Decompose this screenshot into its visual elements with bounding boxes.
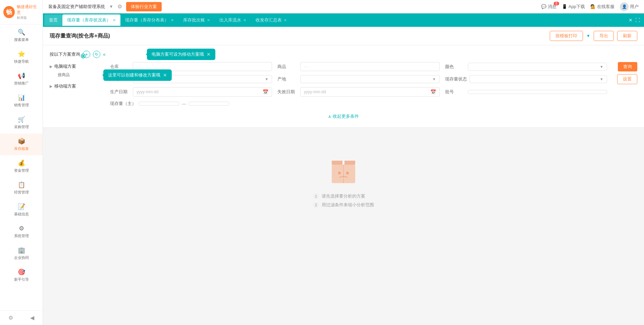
sidebar-item-inventory[interactable]: 📦 库存核算 <box>0 133 43 155</box>
warehouse-label: 仓库 <box>110 64 130 70</box>
inventory-main-from[interactable] <box>139 102 179 106</box>
inventory-status-control[interactable]: ▼ <box>470 75 607 83</box>
origin-label: 产地 <box>277 76 298 82</box>
sidebar-item-finance[interactable]: 💰 资金管理 <box>0 155 43 177</box>
print-dropdown-icon[interactable]: ▼ <box>586 34 590 38</box>
export-btn[interactable]: 导出 <box>594 31 614 41</box>
tab-inventory-status[interactable]: 现存量（库存状况表） ✕ <box>62 14 120 26</box>
filter-row-2: 尺码 ▼ 产地 ▼ 现存量状态 <box>110 75 607 83</box>
scheme-popup-close[interactable]: ✕ <box>207 52 211 57</box>
money-icon: 💰 <box>18 159 25 167</box>
filter-row-3: 生产日期 yyyy-mm-dd 📅 失效日期 yyyy-mm-dd 📅 <box>110 87 607 97</box>
tab-summary-label: 收发存汇总表 <box>256 17 282 23</box>
app-label: App下载 <box>569 4 585 10</box>
print-btn[interactable]: 按模板打印 <box>550 31 583 41</box>
sidebar-item-search[interactable]: 🔍 搜索菜单 <box>0 24 43 46</box>
tabs-maximize-icon[interactable]: ⛶ <box>635 17 640 23</box>
empty-tip-2: 2 用过滤条件来缩小分析范围 <box>313 202 374 208</box>
tabs-close-all-icon[interactable]: ✕ <box>629 17 633 23</box>
filter-back-btn[interactable]: « <box>103 52 106 57</box>
tab-inventory-status-label: 现存量（库存状况表） <box>67 17 111 23</box>
scheme-popup-text: 电脑方案可设为移动方案哦 <box>152 51 204 57</box>
tab-batch-ledger-close[interactable]: ✕ <box>207 18 210 22</box>
color-control[interactable]: ▼ <box>468 63 607 71</box>
header: 装备及固定资产辅助管理系统 ▼ ⚙ 体验行业方案 💬 消息 8 📱 App下载 … <box>43 0 644 13</box>
edit-popup-close[interactable]: ✕ <box>163 72 167 78</box>
tab-summary-close[interactable]: ✕ <box>284 18 287 22</box>
tab-inventory-distribution-label: 现存量（库存分布表） <box>125 17 169 23</box>
logo-icon: 畅 <box>3 6 15 18</box>
empty-tips: 1 请先选择要分析的方案 2 用过滤条件来缩小分析范围 <box>313 193 374 211</box>
tab-home-label: 首页 <box>49 17 58 23</box>
filter-row-4: 现存量（主） — <box>110 101 607 107</box>
sidebar-item-purchase[interactable]: 🛒 采购管理 <box>0 112 43 133</box>
edit-popup-text: 这里可以创建和修改方案哦 <box>108 72 160 78</box>
produce-date-calendar-icon: 📅 <box>263 89 268 95</box>
cart-icon: 🛒 <box>18 116 25 123</box>
system-name: 装备及固定资产辅助管理系统 <box>48 4 105 10</box>
scheme-popup: 电脑方案可设为移动方案哦 ✕ <box>147 49 215 60</box>
sidebar-item-newbie[interactable]: 🎯 新手引导 <box>0 264 43 286</box>
online-service-item[interactable]: 💁 在线客服 <box>590 4 614 10</box>
empty-tip-2-text: 用过滤条件来缩小分析范围 <box>322 202 374 208</box>
main-content: 现存量查询(按仓库+商品) 按模板打印 ▼ 导出 刷新 按以下方案查询 + ↻ … <box>43 27 644 325</box>
sidebar-item-marketing[interactable]: 📢 营销推广 <box>0 68 43 90</box>
filter-refresh-btn[interactable]: ↻ <box>93 51 100 58</box>
empty-illustration <box>323 155 364 189</box>
goods-control[interactable]: ··· <box>300 62 439 71</box>
filter-header: 按以下方案查询 + ↻ « <box>50 51 637 58</box>
edit-popup: 这里可以创建和修改方案哦 ✕ <box>103 69 172 81</box>
scheme-pc-sub-item[interactable]: 接商品 <box>50 71 103 79</box>
header-dropdown-arrow[interactable]: ▼ <box>109 4 113 9</box>
sidebar-item-sales[interactable]: 📊 销售管理 <box>0 90 43 112</box>
page-title: 现存量查询(按仓库+商品) <box>50 33 110 40</box>
sidebar-collapse-btn[interactable]: ◀ <box>30 315 34 321</box>
batch-label: 批号 <box>445 89 465 95</box>
tab-batch-ledger-label: 库存批次账 <box>183 17 205 23</box>
tabs-right-controls: ✕ ⛶ <box>629 17 643 23</box>
sidebar-item-system[interactable]: ⚙ 系统管理 <box>0 221 43 242</box>
user-item[interactable]: 👤 用户 <box>620 2 639 11</box>
origin-control[interactable]: ▼ <box>300 75 439 83</box>
filter-color: 颜色 ▼ <box>445 62 607 71</box>
filter-inventory-status: 现存量状态 ▼ <box>445 75 607 83</box>
sidebar-item-operations[interactable]: 📋 经营管理 <box>0 177 43 199</box>
expire-date-input[interactable]: yyyy-mm-dd 📅 <box>300 87 439 97</box>
tab-inventory-distribution[interactable]: 现存量（库存分布表） ✕ <box>120 14 178 26</box>
sidebar: 畅 畅捷通好生意 标准版 🔍 搜索菜单 ⭐ 快捷导航 📢 营销推广 📊 销售管理… <box>0 0 43 325</box>
tab-inventory-distribution-close[interactable]: ✕ <box>171 18 174 22</box>
query-btn[interactable]: 查询 <box>618 62 637 71</box>
target-icon: 🎯 <box>18 268 25 276</box>
goods-label: 商品 <box>277 64 298 70</box>
settings-btn[interactable]: 设置 <box>617 74 637 84</box>
app-download-item[interactable]: 📱 App下载 <box>562 4 585 10</box>
tab-in-out-flow[interactable]: 出入库流水 ✕ <box>215 14 251 26</box>
sidebar-settings-btn[interactable]: ⚙ <box>8 315 13 321</box>
produce-date-input[interactable]: yyyy-mm-dd 📅 <box>133 87 272 97</box>
refresh-btn[interactable]: 刷新 <box>617 31 637 41</box>
filter-area: 按以下方案查询 + ↻ « ▶ 电脑端方案 接商品 ▶ 移动端方案 <box>43 45 644 128</box>
scheme-pc-item[interactable]: ▶ 电脑端方案 <box>50 62 103 71</box>
tab-batch-ledger[interactable]: 库存批次账 ✕ <box>178 14 215 26</box>
svg-point-3 <box>346 172 349 174</box>
tab-in-out-flow-close[interactable]: ✕ <box>243 18 246 22</box>
produce-date-label: 生产日期 <box>110 89 130 95</box>
experience-btn[interactable]: 体验行业方案 <box>126 2 162 11</box>
filter-produce-date: 生产日期 yyyy-mm-dd 📅 <box>110 87 272 97</box>
tab-home[interactable]: 首页 <box>44 14 62 26</box>
header-gear-icon[interactable]: ⚙ <box>117 3 122 10</box>
inventory-main-to[interactable] <box>189 102 229 106</box>
filter-row-1: 仓库 ··· 商品 ··· 颜色 <box>110 62 607 71</box>
collapse-bar[interactable]: ∧ 收起更多条件 <box>50 111 637 122</box>
sidebar-item-basic[interactable]: 📝 基础信息 <box>0 199 43 221</box>
logo-text: 畅捷通好生意 标准版 <box>17 4 39 20</box>
scheme-mobile-item[interactable]: ▶ 移动端方案 <box>50 82 103 91</box>
batch-control[interactable] <box>468 90 607 94</box>
tab-summary[interactable]: 收发存汇总表 ✕ <box>251 14 291 26</box>
sidebar-item-quick[interactable]: ⭐ 快捷导航 <box>0 46 43 68</box>
filter-batch: 批号 <box>445 87 607 97</box>
tab-inventory-status-close[interactable]: ✕ <box>113 18 116 22</box>
filter-expire-date: 失效日期 yyyy-mm-dd 📅 <box>277 87 439 97</box>
sidebar-item-enterprise[interactable]: 🏢 企业协同 <box>0 242 43 264</box>
message-item[interactable]: 💬 消息 8 <box>541 4 556 10</box>
